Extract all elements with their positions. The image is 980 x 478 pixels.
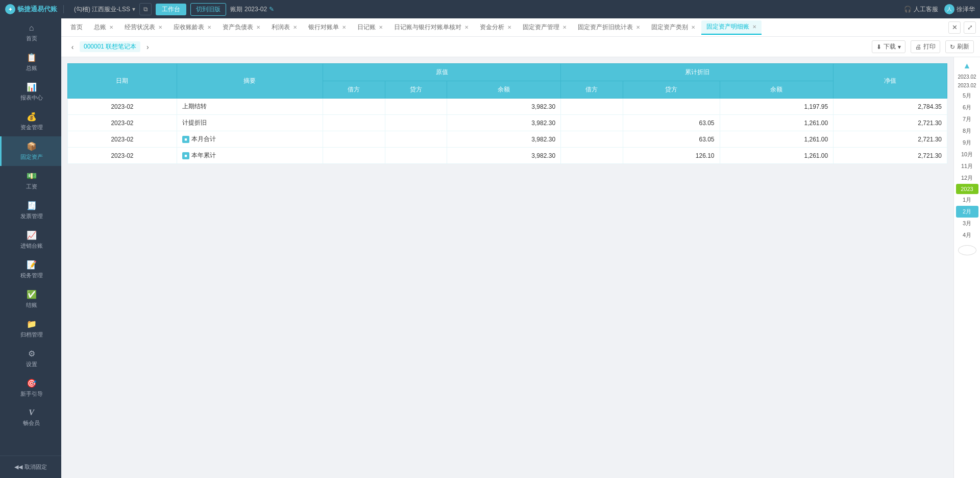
dropdown-icon[interactable]: ▾ [132,6,135,13]
tab-close-business[interactable]: ✕ [158,25,162,30]
settings-icon: ⚙ [28,349,35,358]
tab-close-fund-analysis[interactable]: ✕ [507,25,511,30]
tab-fa-mgmt[interactable]: 固定资产管理 ✕ [518,20,572,35]
close-all-tabs-button[interactable]: ✕ [948,21,961,34]
sidebar-item-label: 归档管理 [20,331,43,339]
cell-depreciation-balance: 1,261.00 [720,148,834,164]
sales-icon: 📈 [27,230,37,240]
th-accumulated-depreciation: 累计折旧 [561,64,834,81]
tab-profit[interactable]: 利润表 ✕ [266,20,302,35]
tab-label: 应收账龄表 [174,23,204,32]
cell-net-value: 2,721.30 [834,148,947,164]
user-menu[interactable]: 人 徐泽华 [944,4,975,14]
tab-close-journal[interactable]: ✕ [379,25,383,30]
fixed-assets-icon: 📦 [27,141,37,151]
tab-fa-depreciation[interactable]: 固定资产折旧统计表 ✕ [573,20,645,35]
invoice-icon: 🧾 [27,201,37,210]
sidebar-item-archive[interactable]: 📁 归档管理 [0,314,61,344]
sidebar-item-funds[interactable]: 💰 资金管理 [0,107,61,136]
sidebar-item-settings[interactable]: ⚙ 设置 [0,344,61,373]
cell-net-value: 2,784.35 [834,99,947,115]
company-selector[interactable]: (勾稽) 江西服业-LSS ▾ [74,5,135,14]
tab-business[interactable]: 经营状况表 ✕ [119,20,167,35]
tab-close-ledger[interactable]: ✕ [109,25,113,30]
workspace-button[interactable]: 工作台 [156,4,186,15]
tab-close-balance[interactable]: ✕ [256,25,260,30]
sidebar-item-member[interactable]: V 畅会员 [0,403,61,432]
table-row[interactable]: 2023-02 ■本月合计 3,982.30 63.05 1,261.00 2,… [68,131,947,148]
tab-balance[interactable]: 资产负债表 ✕ [217,20,265,35]
timeline-panel: ▲ 2023.02 2023.02 5月 6月 7月 8月 9月 10月 11月… [953,57,980,478]
cell-depreciation-balance: 1,261.00 [720,115,834,131]
timeline-month-11[interactable]: 11月 [956,160,978,172]
timeline-month-9[interactable]: 9月 [956,137,978,149]
sidebar-item-sales[interactable]: 📈 进销台账 [0,225,61,255]
sidebar-item-invoice[interactable]: 🧾 发票管理 [0,196,61,225]
table-row[interactable]: 2023-02 ■本年累计 3,982.30 126.10 1,261.00 2… [68,148,947,164]
tab-bank[interactable]: 银行对账单 ✕ [303,20,351,35]
breadcrumb-next[interactable]: › [142,42,153,52]
table-row[interactable]: 2023-02 上期结转 3,982.30 1,197.95 2,784.35 [68,99,947,115]
maximize-button[interactable]: ⤢ [964,21,976,34]
customer-service-button[interactable]: 🎧 人工客服 [904,5,938,14]
sidebar-item-label: 设置 [26,361,37,368]
cell-date: 2023-02 [68,99,177,115]
timeline-month-3[interactable]: 3月 [956,218,978,229]
table-row[interactable]: 2023-02 计提折旧 3,982.30 63.05 1,261.00 2,7… [68,115,947,131]
refresh-button[interactable]: ↻ 刷新 [945,40,974,53]
cell-original-balance: 3,982.30 [447,148,561,164]
timeline-year-2023: 2023 [956,184,978,194]
copy-button[interactable]: ⧉ [139,3,152,15]
cell-original-credit [385,148,447,164]
tab-home[interactable]: 首页 [65,20,88,35]
timeline-month-2[interactable]: 2月 [956,206,978,218]
timeline-month-8[interactable]: 8月 [956,125,978,137]
tab-bank-journal[interactable]: 日记账与银行对账单核对 ✕ [389,20,474,35]
timeline-month-1[interactable]: 1月 [956,194,978,206]
timeline-month-7[interactable]: 7月 [956,113,978,125]
print-button[interactable]: 🖨 打印 [911,40,940,53]
download-button[interactable]: ⬇ 下载 ▾ [872,40,905,53]
sidebar-item-label: 进销台账 [20,242,43,250]
tab-ledger[interactable]: 总账 ✕ [89,20,118,35]
timeline-month-4[interactable]: 4月 [956,229,978,241]
sidebar-item-salary[interactable]: 💵 工资 [0,166,61,196]
tab-close-profit[interactable]: ✕ [293,25,297,30]
sidebar-item-home[interactable]: ⌂ 首页 [0,18,61,47]
sidebar-item-guide[interactable]: 🎯 新手引导 [0,373,61,403]
timeline-month-12[interactable]: 12月 [956,172,978,184]
sidebar-item-fixed-assets[interactable]: 📦 固定资产 [0,136,61,166]
breadcrumb-asset[interactable]: 000001 联想笔记本 [80,41,140,52]
tab-fund-analysis[interactable]: 资金分析 ✕ [475,20,517,35]
timeline-scroll-indicator[interactable] [958,245,976,255]
th-original-balance: 余额 [447,81,561,99]
sidebar-item-reports[interactable]: 📊 报表中心 [0,77,61,107]
cell-depreciation-debit [561,115,623,131]
tab-fa-detail[interactable]: 固定资产明细账 ✕ [701,20,762,35]
period-edit-icon[interactable]: ✎ [269,6,274,13]
tab-receivable[interactable]: 应收账龄表 ✕ [168,20,216,35]
cell-original-balance: 3,982.30 [447,115,561,131]
sidebar-item-ledger[interactable]: 📋 总账 [0,47,61,77]
tab-close-fa-detail[interactable]: ✕ [752,24,756,30]
sidebar-item-tax[interactable]: 📝 税务管理 [0,255,61,284]
pin-sidebar-button[interactable]: ◀◀ 取消固定 [3,460,59,474]
tab-journal[interactable]: 日记账 ✕ [352,20,388,35]
breadcrumb-prev[interactable]: ‹ [67,42,78,52]
sidebar-item-label: 总账 [26,64,37,72]
timeline-month-5[interactable]: 5月 [956,90,978,102]
tab-close-bank-journal[interactable]: ✕ [464,25,469,30]
sidebar-item-settlement[interactable]: ✅ 结账 [0,284,61,314]
tab-close-fa-depreciation[interactable]: ✕ [636,25,640,30]
timeline-month-6[interactable]: 6月 [956,102,978,113]
tab-close-receivable[interactable]: ✕ [207,25,211,30]
row-tag: ■ [182,152,189,159]
timeline-month-10[interactable]: 10月 [956,149,978,160]
tab-close-fa-category[interactable]: ✕ [691,25,695,30]
switch-version-button[interactable]: 切到旧版 [190,3,226,16]
tabbar: 首页 总账 ✕ 经营状况表 ✕ 应收账龄表 ✕ 资产负债表 ✕ 利润表 ✕ [61,18,980,37]
timeline-up-button[interactable]: ▲ [961,59,973,73]
tab-close-fa-mgmt[interactable]: ✕ [562,25,567,30]
tab-fa-category[interactable]: 固定资产类别 ✕ [646,20,700,35]
tab-close-bank[interactable]: ✕ [342,25,346,30]
